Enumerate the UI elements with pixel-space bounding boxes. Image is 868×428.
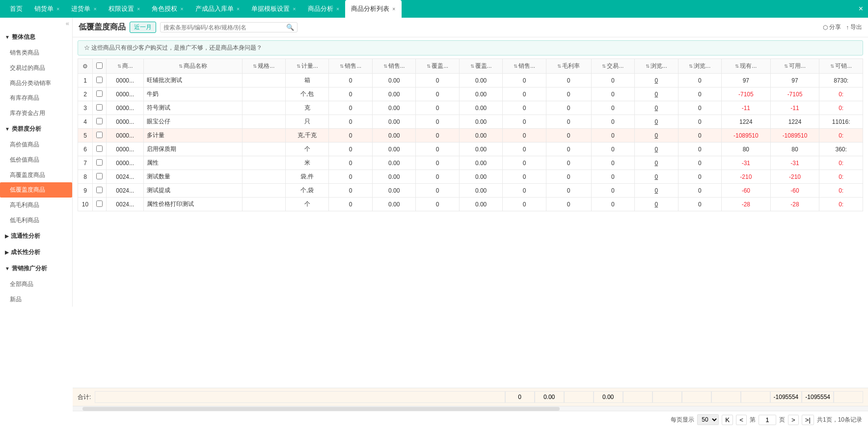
col-sales-qty[interactable]: ⇅销售... [329,59,372,74]
sidebar-item-low-margin[interactable]: 低毛利商品 [0,213,72,228]
close-roles-icon[interactable]: × [180,6,183,12]
row-checkbox[interactable] [96,118,103,124]
col-unit[interactable]: ⇅计量... [286,59,329,74]
col-trade[interactable]: ⇅交易... [591,59,634,74]
sidebar-collapse-button[interactable]: « [66,20,69,27]
sidebar-item-low-value[interactable]: 低价值商品 [0,152,72,168]
row-checkbox-cell[interactable] [93,170,107,184]
nav-tab-purchase[interactable]: 进货单 × [65,0,102,18]
select-all-checkbox[interactable] [96,62,103,69]
sidebar-item-low-coverage[interactable]: 低覆盖度商品 [0,182,72,198]
row-browse1[interactable]: 0 [635,184,678,198]
row-browse1[interactable]: 0 [635,170,678,184]
row-checkbox-cell[interactable] [93,156,107,170]
sidebar-section-growth[interactable]: ▶ 成长性分析 [0,244,72,260]
sidebar-item-category-rate[interactable]: 商品分类动销率 [0,76,72,91]
col-available[interactable]: ⇅可用... [770,59,819,74]
row-browse1[interactable]: 0 [635,198,678,211]
close-sales-icon[interactable]: × [56,6,59,12]
col-browse2[interactable]: ⇅浏览... [678,59,721,74]
close-analysis-list-icon[interactable]: × [392,6,395,12]
col-saleable[interactable]: ⇅可销... [819,59,863,74]
row-checkbox-cell[interactable] [93,115,107,129]
col-checkbox[interactable] [93,59,107,74]
sidebar-section-overall[interactable]: ▼ 整体信息 [0,29,72,45]
col-cover2[interactable]: ⇅覆盖... [459,59,502,74]
col-name[interactable]: ⇅商品名称 [144,59,242,74]
horizontal-scrollbar[interactable] [73,406,868,411]
nav-tab-templates[interactable]: 单据模板设置 × [245,0,301,18]
search-input[interactable] [163,24,286,31]
nav-tab-permissions[interactable]: 权限设置 × [103,0,146,18]
sidebar-item-high-coverage[interactable]: 高覆盖度商品 [0,168,72,183]
row-checkbox[interactable] [96,145,103,152]
row-checkbox[interactable] [96,77,103,83]
row-browse1[interactable]: 0 [635,156,678,170]
col-margin[interactable]: ⇅毛利率 [546,59,591,74]
col-code[interactable]: ⇅商... [107,59,144,74]
row-checkbox[interactable] [96,132,103,138]
col-sales3[interactable]: ⇅销售... [503,59,546,74]
close-permissions-icon[interactable]: × [137,6,140,12]
nav-tab-home[interactable]: 首页 [4,0,28,18]
sidebar-item-stock-capital[interactable]: 库存资金占用 [0,106,72,121]
col-current[interactable]: ⇅现有... [722,59,771,74]
row-browse1[interactable]: 0 [635,87,678,101]
row-checkbox[interactable] [96,159,103,166]
last-page-button[interactable]: >| [802,415,814,425]
row-checkbox-cell[interactable] [93,129,107,143]
row-checkbox-cell[interactable] [93,184,107,198]
row-checkbox-cell[interactable] [93,143,107,156]
col-sales-amt[interactable]: ⇅销售... [372,59,415,74]
row-checkbox[interactable] [96,187,103,193]
row-checkbox-cell[interactable] [93,198,107,211]
nav-tab-analysis-list[interactable]: 商品分析列表 × [345,0,401,18]
row-checkbox-cell[interactable] [93,101,107,115]
close-analysis-icon[interactable]: × [336,6,339,12]
sidebar-item-traded-goods[interactable]: 交易过的商品 [0,60,72,76]
row-checkbox[interactable] [96,200,103,207]
row-browse1[interactable]: 0 [635,143,678,156]
nav-tab-sales[interactable]: 销货单 × [28,0,65,18]
table-container[interactable]: ⚙ ⇅商... ⇅商品名称 ⇅规格... ⇅计量... ⇅销售... ⇅销售..… [78,58,863,388]
row-checkbox-cell[interactable] [93,74,107,87]
col-browse1[interactable]: ⇅浏览... [635,59,678,74]
row-browse1[interactable]: 0 [635,74,678,87]
row-browse1[interactable]: 0 [635,129,678,143]
close-purchase-icon[interactable]: × [93,6,96,12]
close-templates-icon[interactable]: × [293,6,296,12]
share-button[interactable]: ⬡ 分享 [823,23,841,31]
row-checkbox[interactable] [96,104,103,111]
export-button[interactable]: ↑ 导出 [846,23,862,31]
col-spec[interactable]: ⇅规格... [242,59,285,74]
first-page-button[interactable]: K [722,415,733,425]
page-input[interactable] [759,415,776,425]
close-all-button[interactable]: × [859,4,863,13]
row-checkbox[interactable] [96,90,103,97]
row-browse1[interactable]: 0 [635,115,678,129]
nav-tab-roles[interactable]: 角色授权 × [146,0,189,18]
sidebar-section-cluster[interactable]: ▼ 类群度分析 [0,121,72,137]
sidebar-section-flow[interactable]: ▶ 流通性分析 [0,228,72,244]
per-page-select[interactable]: 50 [697,414,719,425]
nav-tab-analysis[interactable]: 商品分析 × [302,0,345,18]
row-checkbox[interactable] [96,173,103,179]
sidebar-item-sales-goods[interactable]: 销售类商品 [0,45,72,60]
sidebar-section-marketing[interactable]: ▼ 营销推广分析 [0,260,72,277]
sidebar-item-high-margin[interactable]: 高毛利商品 [0,198,72,213]
footer-browse1 [711,391,741,403]
col-settings[interactable]: ⚙ [78,59,93,74]
sidebar-item-stocked-goods[interactable]: 有库存商品 [0,90,72,106]
sidebar-item-new-goods[interactable]: 新品 [0,292,72,307]
date-filter-button[interactable]: 近一月 [130,22,156,33]
sidebar-item-high-value[interactable]: 高价值商品 [0,137,72,152]
scrollbar-thumb[interactable] [82,407,560,411]
row-checkbox-cell[interactable] [93,87,107,101]
col-cover1[interactable]: ⇅覆盖... [416,59,459,74]
nav-tab-production[interactable]: 产成品入库单 × [190,0,245,18]
next-page-button[interactable]: > [788,415,799,425]
prev-page-button[interactable]: < [736,415,747,425]
row-browse1[interactable]: 0 [635,101,678,115]
close-production-icon[interactable]: × [237,6,240,12]
sidebar-item-all-goods[interactable]: 全部商品 [0,277,72,292]
